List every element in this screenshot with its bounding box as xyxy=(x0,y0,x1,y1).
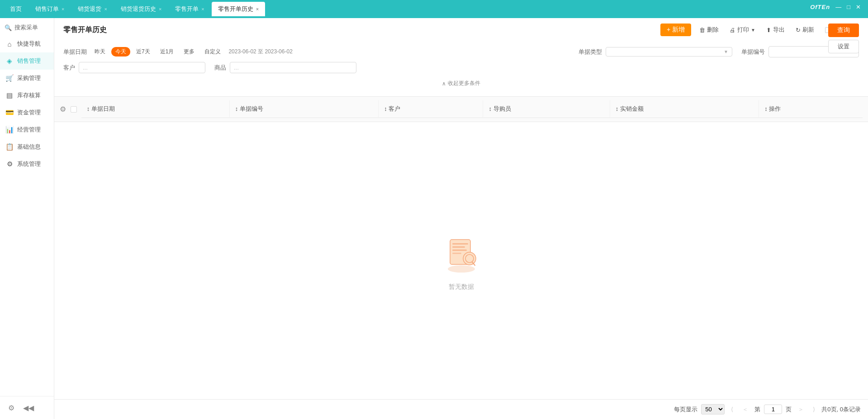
tab-sales-return-history[interactable]: 销货退货历史× xyxy=(114,2,168,16)
total-label: 共0页, 0条记录 xyxy=(821,405,861,414)
print-dropdown-icon: ▼ xyxy=(751,28,755,33)
sidebar-item-finance[interactable]: 💳 资金管理 xyxy=(0,104,54,121)
tab-home[interactable]: 首页 xyxy=(4,2,28,16)
tab-label-retail-open: 零售开单 xyxy=(175,5,199,13)
sidebar: 🔍 搜索采单 ⌂ 快捷导航 ◈ 销售管理 🛒 采购管理 ▤ 库存核算 💳 资金管… xyxy=(0,18,54,419)
date-range: 2023-06-02 至 2023-06-02 xyxy=(228,48,292,56)
col-label-actions: ↕ 操作 xyxy=(764,105,781,112)
tab-bar: 首页销售订单×销货退货×销货退货历史×零售开单×零售开单历史× OfTEn — … xyxy=(0,0,868,18)
sidebar-item-quick-nav[interactable]: ⌂ 快捷导航 xyxy=(0,35,54,52)
sidebar-item-inventory[interactable]: ▤ 库存核算 xyxy=(0,87,54,104)
sidebar-item-purchase-mgmt[interactable]: 🛒 采购管理 xyxy=(0,70,54,87)
col-label-date: ↕ 单据日期 xyxy=(87,105,115,112)
col-amount[interactable]: ↕ 实销金额 xyxy=(610,100,759,118)
per-page-select[interactable]: 50 100 200 xyxy=(701,404,725,414)
tab-close-sales-order[interactable]: × xyxy=(62,6,64,12)
product-input[interactable]: ... xyxy=(230,62,356,73)
tab-label-sales-return-history: 销货退货历史 xyxy=(121,5,156,13)
tab-label-retail-history: 零售开单历史 xyxy=(218,5,253,13)
col-number[interactable]: ↕ 单据编号 xyxy=(229,100,378,118)
sidebar-item-basic-info[interactable]: 📋 基础信息 xyxy=(0,138,54,155)
add-button[interactable]: + 新增 xyxy=(660,24,691,36)
sidebar-label-sales-mgmt: 销售管理 xyxy=(17,57,41,65)
order-type-select[interactable]: ▼ xyxy=(606,47,732,56)
tab-sales-order[interactable]: 销售订单× xyxy=(29,2,71,16)
tab-close-retail-open[interactable]: × xyxy=(201,6,204,12)
print-button[interactable]: 🖨 打印 ▼ xyxy=(727,24,758,36)
col-date[interactable]: ↕ 单据日期 xyxy=(81,100,230,118)
tab-close-sales-return[interactable]: × xyxy=(104,6,107,12)
date-btn-近1月[interactable]: 近1月 xyxy=(156,47,178,57)
sidebar-label-quick-nav: 快捷导航 xyxy=(17,40,41,48)
last-page-btn[interactable]: ⟩ xyxy=(810,405,818,414)
col-label-salesperson: ↕ 导购员 xyxy=(489,105,511,112)
collapse-bar[interactable]: ∧ 收起更多条件 xyxy=(63,78,859,91)
sidebar-label-system: 系统管理 xyxy=(17,160,41,168)
collapse-label: 收起更多条件 xyxy=(448,80,480,87)
next-page-btn[interactable]: ＞ xyxy=(795,405,806,414)
tab-close-retail-history[interactable]: × xyxy=(256,6,259,12)
export-button[interactable]: ⬆ 导出 xyxy=(764,24,787,36)
sidebar-label-inventory: 库存核算 xyxy=(17,91,41,99)
col-label-number: ↕ 单据编号 xyxy=(235,105,263,112)
refresh-button[interactable]: ↻ 刷新 xyxy=(793,24,817,36)
query-button[interactable]: 查询 xyxy=(828,24,859,37)
first-page-btn[interactable]: ⟨ xyxy=(728,405,736,414)
sidebar-item-sales-mgmt[interactable]: ◈ 销售管理 xyxy=(0,52,54,70)
close-btn[interactable]: ✕ xyxy=(856,4,861,10)
minimize-btn[interactable]: — xyxy=(835,4,841,10)
settings-btn[interactable]: ⚙ xyxy=(5,401,18,414)
date-btn-昨天[interactable]: 昨天 xyxy=(90,47,109,57)
sidebar-icon-operations: 📊 xyxy=(5,126,14,134)
sidebar-icon-sales-mgmt: ◈ xyxy=(5,57,14,65)
product-label: 商品 xyxy=(214,64,226,72)
tab-retail-history[interactable]: 零售开单历史× xyxy=(212,2,265,16)
tab-sales-return[interactable]: 销货退货× xyxy=(71,2,113,16)
delete-button[interactable]: 🗑 删除 xyxy=(697,24,721,36)
date-btn-今天[interactable]: 今天 xyxy=(111,47,130,56)
sidebar-item-operations[interactable]: 📊 经营管理 xyxy=(0,121,54,138)
sidebar-item-system[interactable]: ⚙ 系统管理 xyxy=(0,155,54,173)
col-label-customer: ↕ 客户 xyxy=(384,105,400,112)
order-type-filter-field: 单据类型 ▼ xyxy=(579,47,732,56)
date-filter-field: 单据日期 昨天今天近7天近1月更多自定义 2023-06-02 至 2023-0… xyxy=(63,47,293,57)
date-btn-更多[interactable]: 更多 xyxy=(180,47,199,57)
customer-input[interactable]: ... xyxy=(79,62,205,73)
tab-close-sales-return-history[interactable]: × xyxy=(159,6,161,12)
customer-dots: ... xyxy=(83,64,88,71)
svg-rect-5 xyxy=(452,253,461,254)
select-all-checkbox[interactable] xyxy=(71,106,77,113)
page-label-before: 第 xyxy=(754,405,760,414)
collapse-sidebar-btn[interactable]: ◀◀ xyxy=(22,401,35,414)
order-type-dropdown-icon: ▼ xyxy=(724,49,728,54)
maximize-btn[interactable]: □ xyxy=(847,4,850,10)
page-input[interactable] xyxy=(764,405,782,414)
col-customer[interactable]: ↕ 客户 xyxy=(379,100,483,118)
date-btn-近7天[interactable]: 近7天 xyxy=(132,47,154,57)
table-wrapper: ⚙ ↕ 单据日期↕ 单据编号↕ 客户↕ 导购员↕ 实销金额↕ 操作 xyxy=(54,97,868,419)
col-label-amount: ↕ 实销金额 xyxy=(616,105,644,112)
sidebar-icon-purchase-mgmt: 🛒 xyxy=(5,74,14,82)
table-container: ⚙ ↕ 单据日期↕ 单据编号↕ 客户↕ 导购员↕ 实销金额↕ 操作 xyxy=(54,97,868,399)
tab-retail-open[interactable]: 零售开单× xyxy=(169,2,210,16)
table-toolbar: ⚙ ↕ 单据日期↕ 单据编号↕ 客户↕ 导购员↕ 实销金额↕ 操作 xyxy=(54,97,868,122)
filter-row-1: 单据日期 昨天今天近7天近1月更多自定义 2023-06-02 至 2023-0… xyxy=(63,46,859,57)
sidebar-label-purchase-mgmt: 采购管理 xyxy=(17,74,41,82)
date-btns: 昨天今天近7天近1月更多自定义 xyxy=(90,47,225,57)
delete-icon: 🗑 xyxy=(699,27,705,33)
page-header: 零售开单历史 + 新增 🗑 删除 🖨 打印 ▼ ⬆ 导出 xyxy=(54,18,868,97)
settings-query-button[interactable]: 设置 xyxy=(828,40,859,53)
col-actions[interactable]: ↕ 操作 xyxy=(759,100,863,118)
sidebar-icon-finance: 💳 xyxy=(5,108,14,117)
prev-page-btn[interactable]: ＜ xyxy=(740,405,751,414)
table-settings-icon[interactable]: ⚙ xyxy=(60,105,66,113)
pagination: 每页显示 50 100 200 ⟨ ＜ 第 页 ＞ ⟩ 共0页, 0条记录 xyxy=(54,399,868,419)
sidebar-icon-inventory: ▤ xyxy=(5,91,14,99)
print-icon: 🖨 xyxy=(730,27,735,33)
customer-filter-field: 客户 ... xyxy=(63,62,205,73)
sidebar-search[interactable]: 🔍 搜索采单 xyxy=(0,18,54,35)
tab-label-sales-return: 销货退货 xyxy=(78,5,101,13)
col-salesperson[interactable]: ↕ 导购员 xyxy=(483,100,610,118)
date-btn-自定义[interactable]: 自定义 xyxy=(200,47,225,57)
customer-label: 客户 xyxy=(63,64,75,72)
